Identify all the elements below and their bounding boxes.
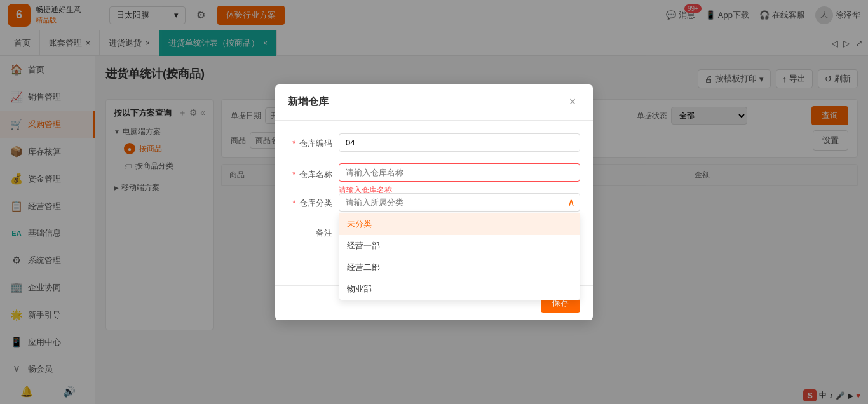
form-row-name: * 仓库名称 请输入仓库名称 <box>288 163 580 182</box>
category-select-wrapper: ∧ 未分类 经营一部 经营二部 物业部 <box>339 193 580 212</box>
modal-title: 新增仓库 <box>288 95 329 109</box>
code-input[interactable] <box>339 133 580 152</box>
modal-header: 新增仓库 × <box>275 84 593 121</box>
form-row-code: * 仓库编码 <box>288 133 580 152</box>
notes-label: 备注 <box>288 223 339 239</box>
name-label: * 仓库名称 <box>288 165 339 180</box>
dropdown-item-dept3[interactable]: 物业部 <box>339 278 580 300</box>
code-label: * 仓库编码 <box>288 133 339 149</box>
category-dropdown-icon[interactable]: ∧ <box>567 196 575 208</box>
dropdown-item-unclassified[interactable]: 未分类 <box>339 213 580 235</box>
modal-overlay: 新增仓库 × * 仓库编码 * 仓库名称 <box>0 0 868 404</box>
dropdown-item-dept2[interactable]: 经营二部 <box>339 257 580 278</box>
name-input[interactable] <box>339 163 580 182</box>
modal-close-button[interactable]: × <box>565 95 580 110</box>
dropdown-item-dept1[interactable]: 经营一部 <box>339 235 580 257</box>
add-warehouse-modal: 新增仓库 × * 仓库编码 * 仓库名称 <box>275 84 593 320</box>
category-input[interactable] <box>339 193 580 212</box>
category-label: * 仓库分类 <box>288 193 339 209</box>
modal-body: * 仓库编码 * 仓库名称 请输入仓库名称 * <box>275 121 593 285</box>
category-dropdown: 未分类 经营一部 经营二部 物业部 <box>339 213 580 300</box>
form-row-category: * 仓库分类 ∧ 未分类 经营一部 经营二部 物业部 <box>288 193 580 212</box>
